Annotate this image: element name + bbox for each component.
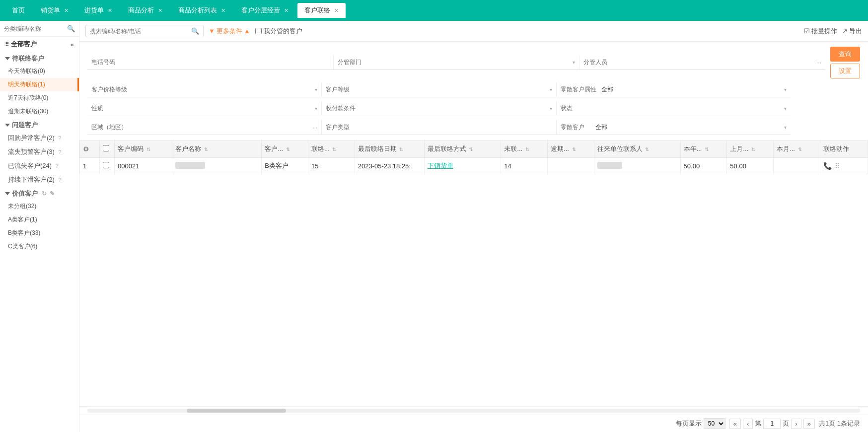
phone-input[interactable] [124,59,329,66]
th-uncontacted[interactable]: 未联... ⇅ [501,141,548,158]
th-last-date[interactable]: 最后联络日期 ⇅ [355,141,424,158]
value-level-select[interactable]: ▾ [130,87,317,92]
first-page-button[interactable]: « [729,419,741,429]
td-name[interactable] [172,158,262,174]
prev-page-button[interactable]: ‹ [743,419,753,429]
nav-tab-goods-analysis-close[interactable]: ✕ [158,7,162,14]
nav-tab-purchase-close[interactable]: ✕ [108,7,112,14]
region-dots-icon[interactable]: ··· [312,124,317,131]
nav-tab-goods-analysis[interactable]: 商品分析 ✕ [121,3,169,18]
sidebar-item-ungrouped[interactable]: 未分组(32) [0,200,79,213]
sidebar-item-7day-contact[interactable]: 近7天待联络(0) [0,91,79,105]
edit-value-icon[interactable]: ✎ [50,190,55,197]
th-overdue[interactable]: 逾期... ⇅ [548,141,594,158]
search-icon[interactable]: 🔍 [191,27,199,35]
sidebar-search-input[interactable] [4,25,65,32]
nav-tab-sales[interactable]: 销货单 ✕ [34,3,75,18]
row-checkbox[interactable] [103,162,109,168]
retail-attr-select[interactable]: ▾ [616,87,787,92]
help-icon-1[interactable]: ? [58,149,61,155]
sidebar-item-today-contact[interactable]: 今天待联络(0) [0,65,79,78]
help-icon-2[interactable]: ? [55,163,58,169]
th-this-year[interactable]: 本年... ⇅ [680,141,727,158]
nav-tab-sales-close[interactable]: ✕ [64,7,69,14]
region-select[interactable]: ··· [130,124,317,131]
th-name[interactable]: 客户名称 ⇅ [172,141,262,158]
settings-icon[interactable]: ⚙ [83,145,89,153]
sort-code-icon[interactable]: ⇅ [146,146,150,152]
sidebar-item-repurchase-abnormal[interactable]: 回购异常客户(2) ? [0,131,79,145]
th-code[interactable]: 客户编码 ⇅ [115,141,172,158]
export-button[interactable]: ↗ 导出 [842,27,862,36]
sidebar-item-declining[interactable]: 持续下滑客户(2) ? [0,173,79,187]
sort-last-method-icon[interactable]: ⇅ [469,146,473,152]
sidebar-search-icon[interactable]: 🔍 [67,25,75,32]
sort-name-icon[interactable]: ⇅ [204,146,208,152]
scrollbar-thumb[interactable] [187,409,286,413]
phone-action-icon[interactable]: 📞 [823,162,832,170]
last-page-button[interactable]: » [803,419,815,429]
query-button[interactable]: 查询 [830,47,860,62]
sidebar-group-pending[interactable]: 待联络客户 [0,52,79,65]
manager-select[interactable]: ··· [616,59,821,66]
my-customers-checkbox-label[interactable]: 我分管的客户 [255,27,302,36]
sidebar-collapse-icon[interactable]: « [71,41,74,48]
th-this-month[interactable]: 本月... ⇅ [774,141,820,158]
page-size-select[interactable]: 50 [704,418,725,429]
more-action-icon[interactable]: ⠿ [835,162,840,170]
sidebar-item-tomorrow-contact[interactable]: 明天待联络(1) [0,78,79,91]
sidebar-item-churned[interactable]: 已流失客户(24) ? [0,159,79,173]
manager-dots-icon[interactable]: ··· [816,59,821,66]
sort-overdue-icon[interactable]: ⇅ [572,146,576,152]
sort-last-date-icon[interactable]: ⇅ [399,146,403,152]
set-button[interactable]: 设置 [830,64,860,78]
nav-tab-goods-list[interactable]: 商品分析列表 ✕ [171,3,232,18]
status-select[interactable]: ▾ [593,106,787,111]
nav-home[interactable]: 首页 [5,3,32,18]
sidebar-item-b-class[interactable]: B类客户(33) [0,226,79,240]
retail-customer-select[interactable]: ▾ [610,125,787,130]
nav-tab-customer-tier-close[interactable]: ✕ [284,7,289,14]
sidebar-item-churn-warning[interactable]: 流失预警客户(3) ? [0,145,79,159]
sort-last-month-icon[interactable]: ⇅ [751,146,755,152]
sort-unit-contact-icon[interactable]: ⇅ [645,146,649,152]
th-last-method[interactable]: 最后联络方式 ⇅ [424,141,501,158]
select-all-checkbox[interactable] [103,145,109,151]
sidebar-item-c-class[interactable]: C类客户(6) [0,240,79,253]
nav-tab-goods-list-close[interactable]: ✕ [221,7,225,14]
page-number-input[interactable] [763,419,781,429]
sort-this-year-icon[interactable]: ⇅ [705,146,709,152]
sidebar-item-overdue-contact[interactable]: 逾期未联络(30) [0,105,79,118]
sort-contact-count-icon[interactable]: ⇅ [332,146,336,152]
th-settings[interactable]: ⚙ [80,141,100,158]
sort-this-month-icon[interactable]: ⇅ [798,146,802,152]
nav-tab-customer-contact[interactable]: 客户联络 ✕ [297,3,346,18]
sort-uncontacted-icon[interactable]: ⇅ [525,146,529,152]
th-contact-count[interactable]: 联络... ⇅ [308,141,355,158]
search-input[interactable] [90,28,189,35]
last-method-link[interactable]: 下销货单 [428,162,453,169]
next-page-button[interactable]: › [791,419,801,429]
sidebar-all-customers[interactable]: ⠿ 全部客户 « [0,37,79,52]
th-checkbox[interactable] [100,141,115,158]
help-icon-3[interactable]: ? [58,177,61,183]
sidebar-group-value[interactable]: 价值客户 ↻ ✎ [0,187,79,200]
td-checkbox[interactable] [100,158,115,174]
th-unit-contact[interactable]: 往来单位联系人 ⇅ [594,141,680,158]
batch-ops-button[interactable]: ☑ 批量操作 [804,27,837,36]
help-icon-0[interactable]: ? [58,135,61,141]
customer-level-select[interactable]: ▾ [359,87,552,92]
sidebar-group-problem[interactable]: 问题客户 [0,118,79,131]
th-type[interactable]: 客户... ⇅ [262,141,308,158]
horizontal-scrollbar[interactable] [79,406,868,415]
nav-tab-purchase[interactable]: 进货单 ✕ [77,3,119,18]
nav-tab-customer-contact-close[interactable]: ✕ [334,7,339,14]
refresh-icon[interactable]: ↻ [42,190,47,197]
td-last-method[interactable]: 下销货单 [424,158,501,174]
my-customers-checkbox[interactable] [255,28,262,34]
payment-select[interactable]: ▾ [359,106,552,111]
sort-type-icon[interactable]: ⇅ [286,146,290,152]
more-conditions-button[interactable]: ▼ 更多条件 ▲ [209,27,250,36]
sidebar-item-a-class[interactable]: A类客户(1) [0,213,79,226]
nav-tab-customer-tier[interactable]: 客户分层经营 ✕ [234,3,295,18]
